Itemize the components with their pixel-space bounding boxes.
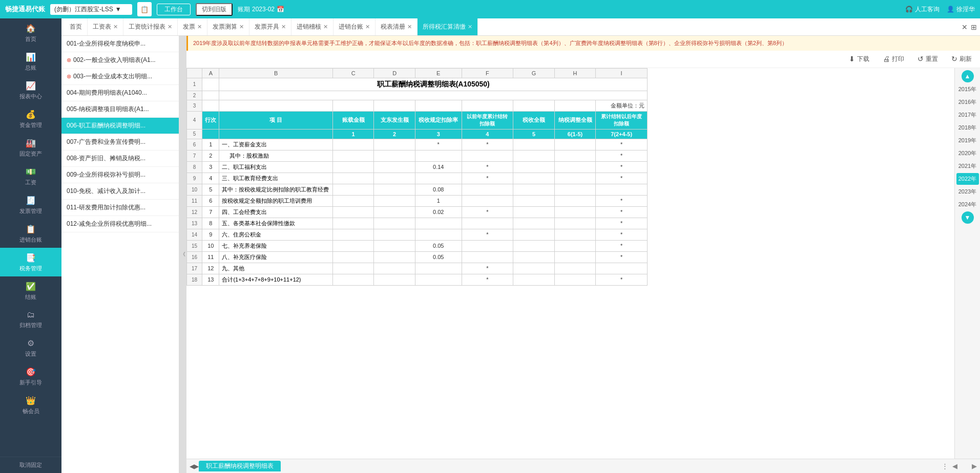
- year-2017[interactable]: 2017年: [956, 109, 979, 121]
- sub-header-6: 6(1-5): [554, 129, 596, 139]
- left-panel-item-009[interactable]: 009-企业所得税弥补亏损明...: [61, 167, 179, 183]
- sidebar-item-guide[interactable]: 🎯 新手引导: [0, 362, 61, 391]
- sidebar-item-tax[interactable]: 📑 税务管理: [0, 248, 61, 276]
- left-panel-item-005[interactable]: 005-纳税调整项目明细表(A1...: [61, 101, 179, 118]
- settings-icon: ⚙: [27, 338, 34, 348]
- sidebar-item-report[interactable]: 📈 报表中心: [0, 76, 61, 104]
- period-calendar-icon[interactable]: 📅: [277, 6, 284, 13]
- tab-salary-report[interactable]: 工资统计报表 ✕: [123, 18, 178, 36]
- table-row-6: 6 1 一、工资薪金支出 * * *: [187, 139, 648, 150]
- tab-sales-check[interactable]: 进销稽核 ✕: [291, 18, 333, 36]
- user-icon: 👤: [947, 6, 954, 13]
- sidebar-item-archive[interactable]: 🗂 归档管理: [0, 305, 61, 333]
- left-panel-item-011[interactable]: 011-研发费用加计扣除优惠...: [61, 200, 179, 216]
- sidebar-item-home[interactable]: 🏠 首页: [0, 18, 61, 47]
- tab-close-tax-book[interactable]: ✕: [407, 24, 412, 30]
- left-panel-item-003[interactable]: ⊗ 003-一般企业成本支出明细...: [61, 69, 179, 85]
- left-panel-item-004[interactable]: 004-期间费用明细表(A1040...: [61, 85, 179, 101]
- refresh-button[interactable]: ↻ 刷新: [948, 53, 975, 65]
- tab-close-salary-report[interactable]: ✕: [168, 24, 172, 30]
- table-row-10: 10 5 其中：按税收规定比例扣除的职工教育经费 0.08: [187, 184, 648, 195]
- year-2020[interactable]: 2020年: [956, 147, 979, 159]
- ledger-icon: 📊: [26, 52, 36, 62]
- calendar-icon-btn[interactable]: 📋: [137, 2, 152, 16]
- scroll-right-icon[interactable]: ▶: [972, 462, 977, 470]
- year-2018[interactable]: 2018年: [956, 122, 979, 134]
- sheet-menu-icon[interactable]: ⋮: [942, 462, 948, 470]
- tab-invoice[interactable]: 发票 ✕: [178, 18, 207, 36]
- panel-toggle-button[interactable]: 《: [179, 36, 186, 473]
- reset-button[interactable]: ↺ 重置: [914, 53, 941, 65]
- next-sheet-btn[interactable]: ▶: [194, 463, 199, 470]
- year-2021[interactable]: 2021年: [956, 160, 979, 172]
- customer-service[interactable]: 🎧 人工客询: [905, 5, 940, 14]
- sidebar-item-salary[interactable]: 💵 工资: [0, 162, 61, 190]
- sidebar-item-sales[interactable]: 📋 进销台账: [0, 219, 61, 248]
- tab-close-sales-check[interactable]: ✕: [323, 24, 328, 30]
- left-panel-item-008[interactable]: 008-资产折旧、摊销及纳税...: [61, 150, 179, 167]
- col-header-F: F: [462, 68, 513, 78]
- sidebar-item-close[interactable]: ✅ 结账: [0, 276, 61, 305]
- table-row-9: 9 4 三、职工教育经费支出 * *: [187, 173, 648, 184]
- left-panel-item-012[interactable]: 012-减免企业所得税优惠明细...: [61, 216, 179, 232]
- sheet-tab-active[interactable]: 职工薪酬纳税调整明细表: [199, 461, 281, 471]
- top-bar-right: 🎧 人工客询 👤 徐淫华: [905, 5, 975, 14]
- year-2023[interactable]: 2023年: [956, 186, 979, 198]
- sheet-area[interactable]: A B C D E F G H I: [186, 68, 954, 459]
- tab-sales-ledger[interactable]: 进销台账 ✕: [333, 18, 376, 36]
- sidebar-label-member: 畅会员: [23, 407, 39, 415]
- scroll-left-icon[interactable]: ◀: [952, 462, 957, 470]
- sidebar-item-ledger[interactable]: 📊 总账: [0, 47, 61, 76]
- year-2022[interactable]: 2022年: [956, 173, 979, 185]
- sidebar-item-member[interactable]: 👑 畅会员: [0, 391, 61, 419]
- unit-label: 金额单位：元: [596, 100, 648, 111]
- sidebar-item-invoice[interactable]: 🧾 发票管理: [0, 190, 61, 219]
- tab-invoice-issue[interactable]: 发票开具 ✕: [249, 18, 291, 36]
- tab-income-tax[interactable]: 所得税汇算清缴 ✕: [418, 18, 478, 36]
- company-dropdown-icon: ▼: [115, 6, 121, 13]
- year-2015[interactable]: 2015年: [956, 83, 979, 95]
- left-panel-item-007[interactable]: 007-广告费和业务宣传费明...: [61, 134, 179, 150]
- year-2019[interactable]: 2019年: [956, 135, 979, 146]
- tab-close-invoice-issue[interactable]: ✕: [281, 24, 286, 30]
- tab-close-salary[interactable]: ✕: [113, 24, 118, 30]
- download-button[interactable]: ⬇ 下载: [846, 53, 872, 65]
- left-panel-item-010[interactable]: 010-免税、减计收入及加计...: [61, 183, 179, 200]
- year-2016[interactable]: 2016年: [956, 96, 979, 108]
- year-nav-up[interactable]: ▲: [962, 70, 974, 82]
- report-icon: 📈: [26, 81, 36, 91]
- company-selector[interactable]: (勿删）江西股宝-LSS ▼: [50, 4, 132, 15]
- tab-invoice-calc[interactable]: 发票测算 ✕: [207, 18, 249, 36]
- tab-close-sales-ledger[interactable]: ✕: [365, 24, 370, 30]
- tab-expand-icon[interactable]: ⊞: [971, 23, 977, 31]
- tab-home[interactable]: 首页: [65, 18, 88, 36]
- tab-close-income-tax[interactable]: ✕: [468, 24, 472, 30]
- switch-old-button[interactable]: 切到旧版: [196, 3, 233, 16]
- tab-tax-book[interactable]: 税表清册 ✕: [376, 18, 418, 36]
- cell-11-num: 6: [202, 195, 219, 206]
- username: 徐淫华: [956, 5, 975, 14]
- sidebar-item-funds[interactable]: 💰 资金管理: [0, 104, 61, 133]
- left-panel-item-006[interactable]: 006-职工薪酬纳税调整明细...: [61, 118, 179, 134]
- print-button[interactable]: 🖨 打印: [880, 53, 907, 65]
- year-2024[interactable]: 2024年: [956, 199, 979, 210]
- cell-15-num: 10: [202, 240, 219, 251]
- left-panel-item-002[interactable]: ⊗ 002-一般企业收入明细表(A1...: [61, 52, 179, 69]
- tab-close-all-icon[interactable]: ✕: [962, 23, 968, 31]
- workbench-button[interactable]: 工作台: [157, 4, 191, 15]
- prev-sheet-btn[interactable]: ◀: [190, 463, 194, 470]
- year-nav-down[interactable]: ▼: [962, 211, 974, 224]
- tab-close-invoice[interactable]: ✕: [197, 24, 202, 30]
- cell-18-num: 13: [202, 274, 219, 285]
- left-panel-item-001[interactable]: 001-企业所得税年度纳税申...: [61, 36, 179, 52]
- sidebar-label-settings: 设置: [25, 350, 36, 358]
- tab-salary[interactable]: 工资表 ✕: [88, 18, 123, 36]
- tab-close-invoice-calc[interactable]: ✕: [239, 24, 244, 30]
- user-menu[interactable]: 👤 徐淫华: [947, 5, 975, 14]
- refresh-icon: ↻: [951, 55, 957, 63]
- sidebar-item-assets[interactable]: 🏭 固定资产: [0, 133, 61, 162]
- lp-label-006: 006-职工薪酬纳税调整明细...: [67, 121, 145, 130]
- cancel-pin-button[interactable]: 取消固定: [0, 457, 61, 473]
- sidebar-item-settings[interactable]: ⚙ 设置: [0, 333, 61, 362]
- lp-label-012: 012-减免企业所得税优惠明细...: [67, 220, 152, 228]
